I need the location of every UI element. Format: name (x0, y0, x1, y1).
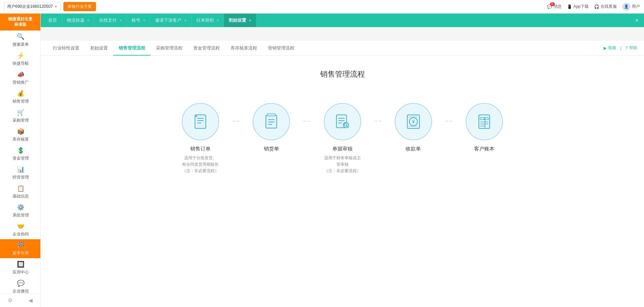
question-icon: ? (625, 46, 628, 50)
sidebar-item-marketing-promo[interactable]: 📣 营销推广 (0, 68, 40, 87)
flow-arrow-2: - - → (302, 118, 312, 124)
page-body: 销售管理流程 销售订单 适用于分批发货、有合同 (41, 56, 644, 195)
sidebar-item-label: 应用中心 (13, 269, 29, 275)
sidebar-item-system[interactable]: ⚙️ 系统管理 (0, 201, 40, 220)
sub-tab-industry-label: 行业特性设置 (53, 45, 79, 50)
sidebar-item-label: 库存核算 (13, 137, 29, 142)
sidebar-item-label: 快捷导航 (13, 61, 29, 66)
help-label: 帮助 (629, 45, 637, 51)
video-label: 视频 (608, 45, 616, 51)
sub-tab-marketing-flow[interactable]: 营销管理流程 (262, 41, 300, 56)
sidebar-bottom: ⚙ ◀ (0, 293, 40, 307)
sidebar-item-label: 基础信息 (13, 193, 29, 199)
flow-step-delivery[interactable]: 销货单 (241, 103, 302, 155)
sidebar-logo: 畅捷通好生意 标准版 (0, 14, 40, 30)
sidebar-item-finance[interactable]: 💲 资金管理 (0, 144, 40, 163)
sub-tab-init[interactable]: 初始设置 (85, 41, 113, 56)
close-icon[interactable]: × (249, 18, 251, 22)
flow-circle-ledger: ¥ (466, 103, 503, 140)
sidebar-item-app-center[interactable]: 🔲 应用中心 (0, 258, 40, 277)
step-desc-audit: 适用于财务审核或主管审核（注：非必要流程） (324, 155, 361, 175)
video-link[interactable]: ▶ 视频 (604, 45, 616, 51)
sub-tab-industry[interactable]: 行业特性设置 (47, 41, 85, 56)
step-name-receipt: 收款单 (406, 146, 421, 152)
sub-tab-finance-flow-label: 资金管理流程 (193, 45, 220, 50)
nav-tab-period-init[interactable]: 往来期初 × (192, 14, 224, 27)
avatar: 👤 (622, 3, 630, 11)
close-icon[interactable]: × (143, 18, 145, 22)
page-title: 销售管理流程 (54, 69, 630, 79)
divider: | (620, 46, 621, 50)
arrow-icon: - - → (232, 118, 239, 124)
sub-tab-sales-flow[interactable]: 销售管理流程 (113, 41, 151, 56)
nav-tab-init-settings[interactable]: 初始设置 × (224, 14, 256, 27)
sidebar-item-operations[interactable]: 📊 经营管理 (0, 163, 40, 182)
sidebar-item-label: 搜索菜单 (13, 42, 29, 47)
sidebar-item-base-info[interactable]: 📋 基础信息 (0, 182, 40, 201)
settings-icon[interactable]: ⚙ (8, 297, 13, 304)
flow-step-audit[interactable]: 单据审核 适用于财务审核或主管审核（注：非必要流程） (312, 103, 373, 175)
nav-tab-account[interactable]: 账号 × (127, 14, 150, 27)
step-name-audit: 单据审核 (332, 146, 353, 152)
search-icon: 🔍 (17, 33, 24, 40)
close-icon[interactable]: × (119, 18, 121, 22)
sub-tab-init-label: 初始设置 (90, 45, 108, 50)
sidebar-item-label: 系统管理 (13, 212, 29, 218)
close-icon[interactable]: × (184, 18, 186, 22)
sidebar-item-quick-nav[interactable]: ⚡ 快捷导航 (0, 49, 40, 68)
close-icon[interactable]: × (217, 18, 219, 22)
ledger-icon: ¥ (475, 113, 493, 130)
app-download-icon: 📱 (567, 4, 572, 9)
message-item[interactable]: 💬 6 消息 (547, 4, 562, 9)
sub-tab-inventory-flow-label: 库存核算流程 (231, 45, 257, 50)
user-profile-item[interactable]: 👤 用户 (622, 3, 640, 11)
flow-diagram: 销售订单 适用于分批发货、有合同发货周期较长（注：非必要流程） - - → (54, 96, 630, 188)
sidebar-item-wechat[interactable]: 💬 企业微信 (0, 277, 40, 293)
nav-tab-payment[interactable]: 在线支付 × (94, 14, 126, 27)
system-icon: ⚙️ (17, 204, 24, 211)
flow-arrow-3: - - → (373, 118, 383, 124)
sidebar-item-label: 采购管理 (13, 118, 29, 123)
sidebar-item-sales[interactable]: 💰 销售管理 (0, 87, 40, 106)
sidebar-item-inventory[interactable]: 📦 库存核算 (0, 125, 40, 144)
sub-tab-finance-flow[interactable]: 资金管理流程 (188, 41, 225, 56)
sidebar-item-search[interactable]: 🔍 搜索菜单 (0, 30, 40, 49)
marketing-promo-icon: 📣 (17, 71, 24, 78)
flow-step-receipt[interactable]: ¥ 收款单 (383, 103, 444, 155)
wechat-icon: 💬 (17, 280, 24, 287)
close-all-tabs-icon[interactable]: × (632, 17, 641, 24)
inventory-icon: 📦 (17, 128, 24, 135)
nav-tab-logistics[interactable]: 物流快递 × (62, 14, 94, 27)
svg-text:¥: ¥ (412, 119, 415, 124)
nav-tabs: 首页 物流快递 × 在线支付 × 账号 × 邀请下游客户 × 往来期初 × 初始… (41, 14, 644, 27)
logo-line2: 标准版 (14, 22, 26, 27)
top-bar: 用户690企业1660120507 ▼ 体验行业方案 💬 6 消息 📱 App下… (0, 0, 644, 14)
step-name-ledger: 客户账本 (474, 146, 494, 152)
nav-tab-invite[interactable]: 邀请下游客户 × (150, 14, 191, 27)
app-center-icon: 🔲 (17, 261, 24, 268)
trial-button[interactable]: 体验行业方案 (63, 2, 96, 11)
sub-tab-marketing-flow-label: 营销管理流程 (268, 45, 294, 50)
flow-step-ledger[interactable]: ¥ 客户账本 (454, 103, 515, 155)
nav-tab-home[interactable]: 首页 (43, 14, 62, 27)
sidebar-item-newbie[interactable]: 🏁 新手引导 (0, 239, 40, 258)
svg-rect-7 (267, 114, 275, 116)
close-icon[interactable]: × (87, 18, 89, 22)
step-name-sales-order: 销售订单 (190, 146, 211, 152)
collapse-icon[interactable]: ◀ (28, 297, 33, 304)
nav-tab-init-settings-label: 初始设置 (229, 17, 246, 23)
user-selector[interactable]: 用户690企业1660120507 ▼ (4, 2, 61, 11)
flow-step-sales-order[interactable]: 销售订单 适用于分批发货、有合同发货周期较长（注：非必要流程） (170, 103, 231, 175)
online-service-label: 在线客服 (601, 4, 617, 9)
finance-icon: 💲 (17, 147, 24, 154)
message-badge-wrap: 💬 6 (547, 4, 552, 9)
main-content: 行业特性设置 初始设置 销售管理流程 采购管理流程 资金管理流程 库存核算流程 … (41, 41, 644, 307)
sub-tab-purchase-flow[interactable]: 采购管理流程 (151, 41, 188, 56)
sub-tab-inventory-flow[interactable]: 库存核算流程 (225, 41, 262, 56)
help-link[interactable]: ? 帮助 (625, 45, 637, 51)
app-download-item[interactable]: 📱 App下载 (567, 4, 589, 9)
sidebar-item-collab[interactable]: 🤝 企业协同 (0, 220, 40, 239)
online-service-item[interactable]: 🎧 在线客服 (594, 4, 617, 9)
sidebar-item-purchase[interactable]: 🛒 采购管理 (0, 106, 40, 125)
clipboard-check-icon (262, 113, 280, 130)
